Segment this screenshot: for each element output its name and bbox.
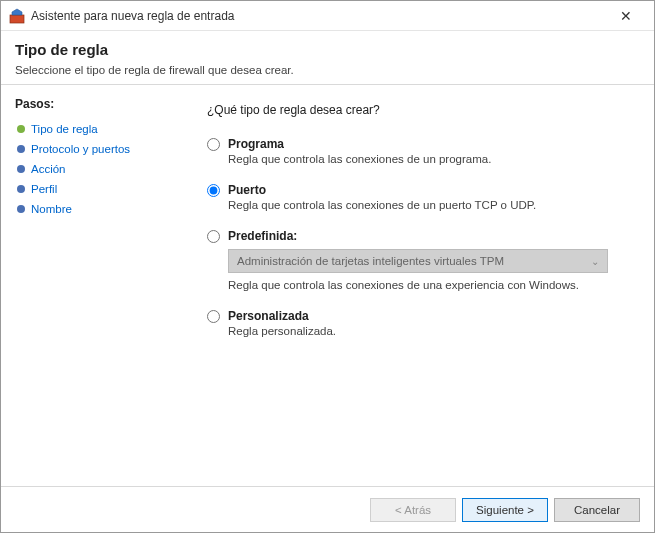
- option-label: Personalizada: [228, 309, 309, 323]
- wizard-body: Pasos: Tipo de regla Protocolo y puertos…: [1, 85, 654, 486]
- radio-puerto[interactable]: [207, 184, 220, 197]
- radio-personalizada[interactable]: [207, 310, 220, 323]
- predefinida-dropdown: Administración de tarjetas inteligentes …: [228, 249, 608, 273]
- option-row[interactable]: Puerto: [207, 183, 626, 197]
- page-title: Tipo de regla: [15, 41, 640, 58]
- option-label: Programa: [228, 137, 284, 151]
- radio-predefinida[interactable]: [207, 230, 220, 243]
- bullet-icon: [17, 205, 25, 213]
- option-predefinida: Predefinida: Administración de tarjetas …: [207, 229, 626, 291]
- option-label: Puerto: [228, 183, 266, 197]
- page-subtitle: Seleccione el tipo de regla de firewall …: [15, 64, 640, 76]
- dropdown-value: Administración de tarjetas inteligentes …: [237, 255, 504, 267]
- bullet-icon: [17, 185, 25, 193]
- step-nombre[interactable]: Nombre: [15, 199, 163, 219]
- radio-programa[interactable]: [207, 138, 220, 151]
- option-desc: Regla personalizada.: [228, 325, 626, 337]
- option-puerto: Puerto Regla que controla las conexiones…: [207, 183, 626, 211]
- option-label: Predefinida:: [228, 229, 297, 243]
- next-button[interactable]: Siguiente >: [462, 498, 548, 522]
- option-desc: Regla que controla las conexiones de un …: [228, 153, 626, 165]
- bullet-icon: [17, 145, 25, 153]
- step-tipo-de-regla[interactable]: Tipo de regla: [15, 119, 163, 139]
- close-button[interactable]: ✕: [606, 8, 646, 24]
- step-perfil[interactable]: Perfil: [15, 179, 163, 199]
- step-label: Perfil: [31, 183, 57, 195]
- option-row[interactable]: Personalizada: [207, 309, 626, 323]
- window-title: Asistente para nueva regla de entrada: [31, 9, 606, 23]
- titlebar: Asistente para nueva regla de entrada ✕: [1, 1, 654, 31]
- option-programa: Programa Regla que controla las conexion…: [207, 137, 626, 165]
- prompt-text: ¿Qué tipo de regla desea crear?: [207, 103, 626, 117]
- option-desc: Regla que controla las conexiones de una…: [228, 279, 626, 291]
- steps-label: Pasos:: [15, 97, 163, 111]
- step-label: Protocolo y puertos: [31, 143, 130, 155]
- wizard-header: Tipo de regla Seleccione el tipo de regl…: [1, 31, 654, 85]
- option-personalizada: Personalizada Regla personalizada.: [207, 309, 626, 337]
- option-row[interactable]: Programa: [207, 137, 626, 151]
- step-label: Tipo de regla: [31, 123, 98, 135]
- back-button: < Atrás: [370, 498, 456, 522]
- bullet-icon: [17, 125, 25, 133]
- steps-sidebar: Pasos: Tipo de regla Protocolo y puertos…: [1, 85, 171, 486]
- bullet-icon: [17, 165, 25, 173]
- svg-rect-0: [10, 15, 24, 23]
- option-desc: Regla que controla las conexiones de un …: [228, 199, 626, 211]
- cancel-button[interactable]: Cancelar: [554, 498, 640, 522]
- step-protocolo-y-puertos[interactable]: Protocolo y puertos: [15, 139, 163, 159]
- wizard-footer: < Atrás Siguiente > Cancelar: [1, 486, 654, 532]
- firewall-icon: [9, 8, 25, 24]
- step-accion[interactable]: Acción: [15, 159, 163, 179]
- option-row[interactable]: Predefinida:: [207, 229, 626, 243]
- main-panel: ¿Qué tipo de regla desea crear? Programa…: [171, 85, 654, 486]
- step-label: Acción: [31, 163, 66, 175]
- chevron-down-icon: ⌄: [591, 256, 599, 267]
- step-label: Nombre: [31, 203, 72, 215]
